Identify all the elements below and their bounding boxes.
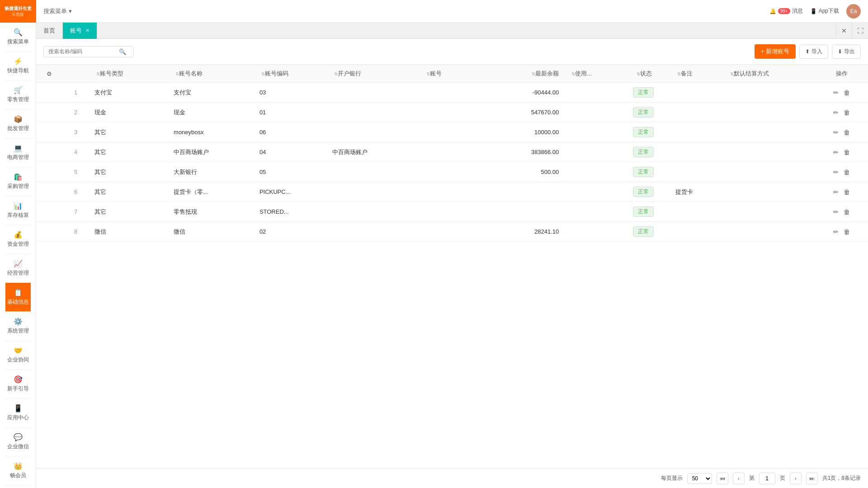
- page-number-input[interactable]: [759, 473, 775, 484]
- row-bank: [327, 122, 419, 142]
- edit-button[interactable]: ✏: [831, 207, 840, 216]
- delete-button[interactable]: 🗑: [842, 168, 852, 177]
- tab-label: 首页: [43, 27, 55, 35]
- col-header-use[interactable]: ⇅使用...: [564, 65, 617, 83]
- sidebar-item-inventory[interactable]: 📊 库存核算: [5, 196, 31, 225]
- corp-wechat-icon: 💬: [14, 433, 23, 441]
- search-box[interactable]: 🔍: [43, 46, 134, 57]
- col-header-name[interactable]: ⇅账号名称: [168, 65, 254, 83]
- app-logo: 畅捷通好生意 乐惠版: [0, 0, 36, 23]
- delete-button[interactable]: 🗑: [842, 108, 852, 117]
- sidebar-item-quick-nav[interactable]: ⚡ 快捷导航: [5, 52, 31, 80]
- col-header-account[interactable]: ⇅账号: [419, 65, 485, 83]
- sidebar-item-search[interactable]: 🔍 搜索菜单: [5, 23, 31, 52]
- col-header-bank[interactable]: ⇅开户银行: [327, 65, 419, 83]
- row-bank: 中百商场账户: [327, 142, 419, 162]
- page-size-select[interactable]: 50 10 20 100: [687, 473, 712, 484]
- tab-account[interactable]: 账号✕: [63, 23, 97, 39]
- row-index: 2: [62, 103, 89, 122]
- edit-button[interactable]: ✏: [831, 188, 840, 197]
- export-button[interactable]: ⬇ 导出: [832, 45, 861, 59]
- sidebar-item-label: 搜索菜单: [7, 38, 29, 46]
- row-name: 中百商场账户: [168, 142, 254, 162]
- corp-agreement-icon: 🤝: [14, 346, 23, 355]
- sort-icon: ⇅: [637, 71, 640, 76]
- page-first-button[interactable]: ⏮: [717, 473, 728, 484]
- row-balance: 547670.00: [485, 103, 564, 122]
- row-index: 7: [62, 202, 89, 222]
- sidebar-item-system[interactable]: ⚙️ 系统管理: [5, 312, 31, 341]
- sidebar-item-corp-wechat[interactable]: 💬 企业微信: [5, 427, 31, 456]
- col-header-code[interactable]: ⇅账号编码: [254, 65, 327, 83]
- delete-button[interactable]: 🗑: [842, 148, 852, 157]
- toolbar-right: + 新增账号 ⬆ 导入 ⬇ 导出: [755, 44, 861, 59]
- sidebar-item-retail[interactable]: 🛒 零售管理: [5, 80, 31, 109]
- delete-button[interactable]: 🗑: [842, 227, 852, 236]
- sidebar-item-purchase[interactable]: 🛍️ 采购管理: [5, 167, 31, 196]
- sidebar-item-app-center[interactable]: 📱 应用中心: [5, 399, 31, 427]
- search-input[interactable]: [48, 48, 116, 55]
- edit-button[interactable]: ✏: [831, 128, 840, 137]
- edit-button[interactable]: ✏: [831, 148, 840, 157]
- sidebar-item-wholesale[interactable]: 📦 批发管理: [5, 109, 31, 138]
- col-header-status[interactable]: ⇅状态: [617, 65, 670, 83]
- col-header-balance[interactable]: ⇅最新余额: [485, 65, 564, 83]
- accounts-table: ⚙ ⇅账号类型 ⇅账号名称 ⇅账号编码 ⇅开户银行 ⇅账号 ⇅最新余额 ⇅使用.…: [36, 65, 868, 242]
- toolbar: 🔍 + 新增账号 ⬆ 导入 ⬇ 导出: [36, 39, 868, 65]
- status-badge: 正常: [633, 167, 654, 177]
- page-next-button[interactable]: ›: [790, 473, 802, 484]
- row-remark: [670, 83, 723, 103]
- delete-button[interactable]: 🗑: [842, 88, 852, 97]
- tab-close-button[interactable]: ✕: [835, 23, 852, 39]
- sidebar-item-member[interactable]: 👑 畅会员: [5, 456, 31, 485]
- row-status: 正常: [617, 162, 670, 182]
- app-download-button[interactable]: 📱 App下载: [810, 7, 839, 15]
- row-status: 正常: [617, 202, 670, 222]
- edit-button[interactable]: ✏: [831, 88, 840, 97]
- sidebar-item-label: 采购管理: [7, 183, 29, 190]
- tab-maximize-button[interactable]: ⛶: [852, 23, 868, 39]
- row-type: 其它: [89, 142, 168, 162]
- tab-home[interactable]: 首页: [36, 23, 63, 39]
- page-prev-button[interactable]: ‹: [733, 473, 745, 484]
- notification-button[interactable]: 🔔 99+ 消息: [769, 7, 803, 15]
- status-badge: 正常: [633, 187, 654, 197]
- add-account-button[interactable]: + 新增账号: [755, 44, 796, 59]
- delete-button[interactable]: 🗑: [842, 207, 852, 216]
- edit-button[interactable]: ✏: [831, 227, 840, 236]
- user-avatar[interactable]: Ea: [846, 4, 861, 19]
- col-header-settings[interactable]: ⚙: [36, 65, 62, 83]
- row-index: 6: [62, 182, 89, 202]
- row-account: [419, 222, 485, 242]
- status-badge: 正常: [633, 87, 654, 98]
- row-action: ✏ 🗑: [815, 182, 868, 202]
- sidebar-item-corp-agreement[interactable]: 🤝 企业协同: [5, 341, 31, 370]
- sidebar-item-ecommerce[interactable]: 💻 电商管理: [5, 138, 31, 167]
- row-status: 正常: [617, 222, 670, 242]
- edit-button[interactable]: ✏: [831, 108, 840, 117]
- import-icon: ⬆: [805, 48, 810, 55]
- row-bank: [327, 83, 419, 103]
- page-last-button[interactable]: ⏭: [806, 473, 818, 484]
- menu-search-dropdown[interactable]: 搜索菜单 ▾: [43, 7, 72, 15]
- sidebar-item-guide[interactable]: 🎯 新手引导: [5, 370, 31, 399]
- sidebar-item-basic[interactable]: 📋 基础信息: [5, 283, 31, 312]
- row-status: 正常: [617, 103, 670, 122]
- row-status: 正常: [617, 83, 670, 103]
- col-header-type[interactable]: ⇅账号类型: [89, 65, 168, 83]
- import-button[interactable]: ⬆ 导入: [799, 45, 828, 59]
- col-header-default[interactable]: ⇅默认结算方式: [723, 65, 815, 83]
- col-header-index: [62, 65, 89, 83]
- delete-button[interactable]: 🗑: [842, 188, 852, 197]
- row-remark: [670, 122, 723, 142]
- sidebar-item-operation[interactable]: 📈 经营管理: [5, 254, 31, 283]
- sidebar-item-label: 资金管理: [7, 240, 29, 248]
- delete-button[interactable]: 🗑: [842, 128, 852, 137]
- tab-label: 账号: [70, 27, 82, 35]
- edit-button[interactable]: ✏: [831, 168, 840, 177]
- table-row: 2 现金 现金 01 547670.00 正常 ✏ 🗑: [36, 103, 868, 122]
- tab-close-icon[interactable]: ✕: [85, 28, 90, 33]
- row-settings: [36, 222, 62, 242]
- sidebar-item-finance[interactable]: 💰 资金管理: [5, 225, 31, 254]
- col-header-remark[interactable]: ⇅备注: [670, 65, 723, 83]
